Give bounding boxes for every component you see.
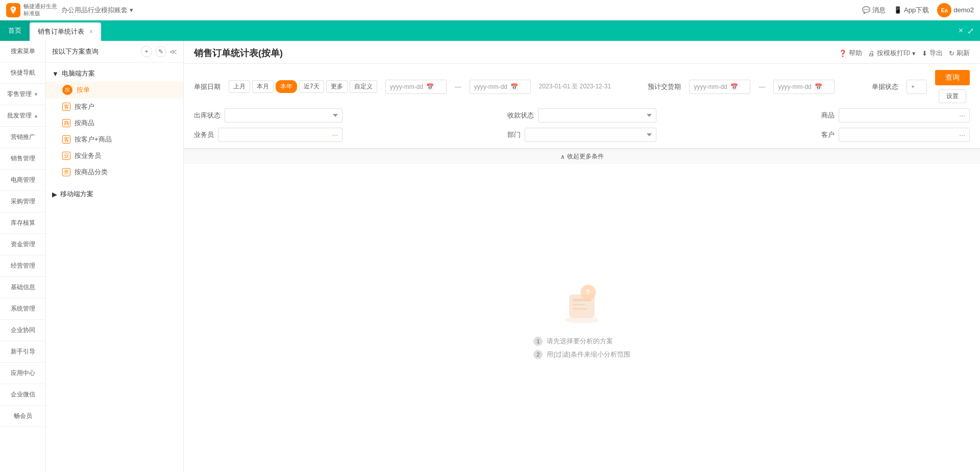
filter-row-2: 出库状态 收款状态 [194, 108, 970, 123]
sidebar-item-enterprise[interactable]: 企业协同 [0, 320, 45, 341]
sidebar-item-wechat[interactable]: 企业微信 [0, 384, 45, 406]
scheme-panel-title: 按以下方案查询 [52, 47, 138, 56]
sidebar-item-search-menu[interactable]: 搜索菜单 [0, 41, 45, 62]
empty-state: ? 1 请先选择要分析的方案 2 用[过滤]条件来缩小分析范围 [184, 164, 980, 472]
app-download-button[interactable]: 📱 App下载 [894, 6, 929, 15]
close-window-icon[interactable]: × [959, 26, 963, 35]
sidebar-item-finance[interactable]: 资金管理 [0, 234, 45, 255]
payment-label: 收款状态 [507, 111, 534, 120]
sidebar-item-guide[interactable]: 新手引导 [0, 341, 45, 363]
calendar-to-icon: 📅 [815, 83, 822, 90]
scheme-item-by-customer[interactable]: 客 按客户 [46, 99, 183, 115]
nav-tabs: 首页 销售订单统计表 × × ⤢ [0, 20, 980, 41]
scheme-icon-customer: 客 [62, 103, 70, 111]
user-avatar-area[interactable]: Ea demo2 [937, 3, 974, 17]
query-button[interactable]: 查询 [935, 70, 970, 85]
scheme-item-by-category[interactable]: 类 按商品分类 [46, 164, 183, 180]
date-to-input[interactable]: yyyy-mm-dd 📅 [470, 80, 531, 94]
expected-date-separator: — [758, 83, 765, 90]
sidebar-item-marketing[interactable]: 营销推广 [0, 127, 45, 148]
scheme-item-by-order[interactable]: 按 按单 [46, 81, 183, 99]
collapse-row: ∧ 收起更多条件 [184, 149, 980, 164]
scheme-item-by-customer-product[interactable]: 客 按客户+商品 [46, 131, 183, 148]
customer-label: 客户 [821, 130, 835, 139]
help-button[interactable]: ❓ 帮助 [839, 49, 862, 58]
payment-group: 收款状态 [507, 108, 656, 123]
dept-select-wrapper [525, 128, 656, 142]
chevron-down-icon: ▼ [52, 70, 59, 78]
last-month-button[interactable]: 上月 [229, 80, 250, 93]
tab-home[interactable]: 首页 [0, 20, 30, 41]
export-button[interactable]: ⬇ 导出 [922, 49, 943, 58]
tab-close-icon[interactable]: × [89, 28, 93, 35]
sidebar-item-sales[interactable]: 销售管理 [0, 148, 45, 170]
scheme-item-by-product[interactable]: 商 按商品 [46, 115, 183, 131]
salesperson-more-icon[interactable]: ··· [332, 131, 338, 139]
goods-input[interactable] [843, 112, 960, 119]
date-label: 单据日期 [194, 82, 220, 91]
custom-date-button[interactable]: 自定义 [350, 80, 377, 93]
expected-date-from-input[interactable]: yyyy-mm-dd 📅 [689, 80, 750, 94]
this-month-button[interactable]: 本月 [252, 80, 274, 93]
hint-2-number: 2 [533, 350, 543, 359]
pc-scheme-group-header[interactable]: ▼ 电脑端方案 [46, 66, 183, 81]
sidebar-item-purchase[interactable]: 采购管理 [0, 191, 45, 213]
collapse-icon: ∧ [560, 153, 565, 160]
payment-select[interactable] [538, 108, 656, 123]
scheme-panel-actions: + ✎ ≪ [141, 46, 177, 57]
current-year-button[interactable]: 本年 [276, 80, 297, 93]
print-button[interactable]: 🖨 按模板打印 ▾ [868, 49, 916, 58]
expected-date-to-input[interactable]: yyyy-mm-dd 📅 [773, 80, 835, 94]
scheme-item-by-salesperson[interactable]: 业 按业务员 [46, 148, 183, 164]
scheme-icon-category: 类 [62, 168, 70, 176]
mobile-scheme-group: ▶ 移动端方案 [46, 183, 183, 205]
dept-select[interactable] [525, 128, 656, 142]
status-select[interactable]: ▾ [906, 80, 927, 94]
settings-button[interactable]: 设置 [939, 89, 966, 103]
customer-input[interactable] [843, 131, 960, 138]
collapse-panel-button[interactable]: ≪ [169, 48, 177, 56]
customer-more-icon[interactable]: ··· [959, 131, 965, 139]
date-from-input[interactable]: yyyy-mm-dd 📅 [385, 80, 447, 94]
collapse-conditions-button[interactable]: ∧ 收起更多条件 [560, 152, 604, 161]
last-7-days-button[interactable]: 近7天 [299, 80, 324, 93]
maximize-window-icon[interactable]: ⤢ [967, 26, 974, 36]
sidebar-item-retail[interactable]: 零售管理 ▼ [0, 84, 45, 105]
hint-1-number: 1 [533, 337, 543, 346]
calendar-icon: 📅 [426, 83, 434, 90]
sidebar-item-basic-info[interactable]: 基础信息 [0, 277, 45, 298]
shipment-label: 出库状态 [194, 111, 220, 120]
sidebar-item-sys-mgmt[interactable]: 系统管理 [0, 298, 45, 320]
sidebar-item-operation[interactable]: 经营管理 [0, 255, 45, 277]
sidebar: 搜索菜单 快捷导航 零售管理 ▼ 批发管理 ▲ 营销推广 销售管理 电商管理 采… [0, 41, 46, 472]
export-icon: ⬇ [922, 50, 927, 57]
salesperson-group: 业务员 ··· [194, 128, 342, 142]
sidebar-item-app-center[interactable]: 应用中心 [0, 363, 45, 384]
more-date-button[interactable]: 更多 [326, 80, 348, 93]
message-button[interactable]: 💬 消息 [862, 6, 886, 15]
add-scheme-button[interactable]: + [141, 46, 152, 57]
customer-input-wrapper: ··· [839, 128, 970, 142]
sidebar-item-wholesale[interactable]: 批发管理 ▲ [0, 105, 45, 127]
logo-area: 畅捷通好生意 标准版 [6, 3, 57, 17]
main-layout: 搜索菜单 快捷导航 零售管理 ▼ 批发管理 ▲ 营销推广 销售管理 电商管理 采… [0, 41, 980, 472]
sidebar-item-ecommerce[interactable]: 电商管理 [0, 170, 45, 191]
refresh-button[interactable]: ↻ 刷新 [949, 49, 970, 58]
status-label: 单据状态 [872, 82, 898, 91]
hint-2-text: 用[过滤]条件来缩小分析范围 [547, 350, 630, 359]
goods-more-icon[interactable]: ··· [959, 111, 965, 120]
edit-scheme-button[interactable]: ✎ [155, 46, 166, 57]
sidebar-item-member[interactable]: 畅会员 [0, 406, 45, 427]
scheme-icon-salesperson: 业 [62, 152, 70, 160]
shipment-select[interactable] [225, 108, 342, 123]
breadcrumb[interactable]: 办公用品行业模拟账套 ▾ [61, 6, 133, 15]
logo-text: 畅捷通好生意 标准版 [23, 3, 57, 16]
page-header: 销售订单统计表(按单) ❓ 帮助 🖨 按模板打印 ▾ ⬇ 导出 [184, 41, 980, 64]
sidebar-item-quick-nav[interactable]: 快捷导航 [0, 62, 45, 84]
sidebar-item-inventory[interactable]: 库存核算 [0, 213, 45, 234]
mobile-scheme-group-header[interactable]: ▶ 移动端方案 [46, 186, 183, 202]
chevron-up-icon: ▲ [34, 113, 39, 119]
chevron-down-icon: ▼ [34, 91, 39, 97]
salesperson-input[interactable] [223, 131, 332, 138]
tab-sales-order-summary[interactable]: 销售订单统计表 × [30, 22, 101, 41]
